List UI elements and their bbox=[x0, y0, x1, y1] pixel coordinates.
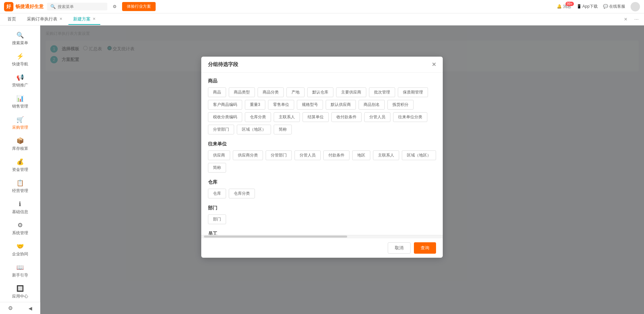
field-tag-spec-model[interactable]: 规格型号 bbox=[297, 100, 323, 110]
sidebar-item-system[interactable]: ⚙ 系统管理 bbox=[0, 218, 40, 239]
modal-close-button[interactable]: ✕ bbox=[432, 61, 436, 68]
appstore-icon: 🔲 bbox=[16, 285, 24, 292]
nav-icon: ⚡ bbox=[16, 53, 24, 60]
field-tag-charge-person[interactable]: 分管人员 bbox=[364, 112, 390, 122]
sidebar-item-guide[interactable]: 📖 新手引导 bbox=[0, 260, 40, 281]
tab-bar: 首页 采购订单执行表 ✕ 新建方案 ✕ ✕ ⋯ bbox=[0, 13, 644, 25]
field-tag-payment-terms[interactable]: 收付款条件 bbox=[331, 112, 362, 122]
sidebar-item-finance[interactable]: 💰 资金管理 bbox=[0, 155, 40, 176]
app-download[interactable]: 📱 App下载 bbox=[577, 4, 598, 9]
section-goods-tags: 商品 商品类型 商品分类 产地 默认仓库 主要供应商 批次管理 保质期管理 客户… bbox=[208, 87, 436, 134]
service-icon: 💬 bbox=[603, 4, 608, 9]
field-tag-main-contact[interactable]: 主联系人 bbox=[274, 112, 300, 122]
section-counterpart-title: 往来单位 bbox=[208, 141, 436, 147]
field-tag-origin[interactable]: 产地 bbox=[286, 87, 305, 97]
modal-title: 分组待选字段 bbox=[208, 61, 238, 68]
field-tag-warehouse[interactable]: 仓库 bbox=[208, 189, 226, 198]
field-tag-pick-points[interactable]: 拣货积分 bbox=[387, 100, 414, 110]
field-tag-goods-type[interactable]: 商品类型 bbox=[229, 87, 255, 97]
field-tag-default-supplier[interactable]: 默认供应商 bbox=[326, 100, 356, 110]
tab-new-plan[interactable]: 新建方案 ✕ bbox=[68, 14, 100, 25]
sidebar-item-marketing[interactable]: 📢 营销推广 bbox=[0, 70, 40, 91]
tab-new-plan-close[interactable]: ✕ bbox=[93, 17, 96, 21]
online-service[interactable]: 💬 在线客服 bbox=[603, 4, 625, 9]
modal-body: 商品 商品 商品类型 商品分类 产地 默认仓库 主要供应商 批次管理 保质期管理… bbox=[201, 73, 443, 235]
field-tag-short-name[interactable]: 简称 bbox=[208, 163, 226, 173]
field-tag-dept[interactable]: 分管部门 bbox=[266, 150, 292, 160]
field-tag-tax-code[interactable]: 税收分类编码 bbox=[208, 112, 242, 122]
field-tag-dept-charge[interactable]: 分管部门 bbox=[208, 125, 234, 134]
tab-home[interactable]: 首页 bbox=[3, 14, 21, 25]
field-tag-supplier[interactable]: 供应商 bbox=[208, 150, 230, 160]
app-icon: 📱 bbox=[577, 4, 582, 9]
system-icon: ⚙ bbox=[17, 222, 23, 229]
sidebar-item-basic[interactable]: ℹ 基础信息 bbox=[0, 197, 40, 218]
inventory-icon: 📦 bbox=[16, 137, 24, 144]
field-tag-area[interactable]: 地区 bbox=[352, 150, 370, 160]
horizontal-scrollbar[interactable] bbox=[201, 235, 443, 238]
tab-home-label: 首页 bbox=[7, 16, 16, 22]
bottom-bar: ⚙ ◀ bbox=[0, 302, 40, 314]
confirm-button[interactable]: 查询 bbox=[414, 242, 436, 254]
field-tag-region-area[interactable]: 区域（地区） bbox=[402, 150, 436, 160]
field-tag-settlement-unit[interactable]: 结算单位 bbox=[303, 112, 329, 122]
field-tag-shelf-life[interactable]: 保质期管理 bbox=[398, 87, 428, 97]
search-bar[interactable]: 🔍 bbox=[47, 3, 107, 10]
field-tag-region-goods[interactable]: 区域（地区） bbox=[237, 125, 271, 134]
field-tag-main-supplier[interactable]: 主要供应商 bbox=[336, 87, 366, 97]
trial-button[interactable]: 体验行业方案 bbox=[122, 2, 156, 11]
tab-new-plan-label: 新建方案 bbox=[73, 16, 91, 22]
tab-bar-close[interactable]: ✕ bbox=[621, 15, 630, 23]
section-warehouse-tags: 仓库 仓库分类 bbox=[208, 189, 436, 198]
field-tag-customer-code[interactable]: 客户商品编码 bbox=[208, 100, 242, 110]
bottom-settings-icon[interactable]: ⚙ bbox=[8, 305, 13, 311]
field-tag-department[interactable]: 部门 bbox=[208, 214, 226, 224]
sidebar-item-operation[interactable]: 📋 经营管理 bbox=[0, 176, 40, 197]
field-tag-short-name-goods[interactable]: 简称 bbox=[274, 125, 292, 134]
service-label: 在线客服 bbox=[609, 4, 625, 9]
user-avatar[interactable] bbox=[631, 2, 640, 11]
field-tag-pay-terms[interactable]: 付款条件 bbox=[323, 150, 350, 160]
field-tag-warehouse-category[interactable]: 仓库分类 bbox=[245, 112, 271, 122]
tab-purchase-close[interactable]: ✕ bbox=[59, 17, 62, 21]
sidebar-item-sales-label: 销售管理 bbox=[12, 104, 28, 109]
sidebar-item-purchase[interactable]: 🛒 采购管理 bbox=[0, 113, 40, 134]
operation-icon: 📋 bbox=[16, 179, 24, 187]
notification-area[interactable]: 🔔 99+ 消息 bbox=[557, 4, 571, 9]
bottom-collapse-icon[interactable]: ◀ bbox=[29, 306, 32, 311]
sidebar-item-system-label: 系统管理 bbox=[12, 230, 28, 236]
cancel-button[interactable]: 取消 bbox=[388, 242, 411, 254]
sidebar-item-nav[interactable]: ⚡ 快捷导航 bbox=[0, 49, 40, 70]
field-tag-staff-charge[interactable]: 分管人员 bbox=[294, 150, 321, 160]
modal-footer: 取消 查询 bbox=[201, 238, 443, 258]
tab-bar-expand[interactable]: ⋯ bbox=[632, 15, 641, 23]
field-tag-default-warehouse[interactable]: 默认仓库 bbox=[307, 87, 333, 97]
field-tag-supplier-category[interactable]: 供应商分类 bbox=[233, 150, 263, 160]
sidebar-item-inventory[interactable]: 📦 库存核算 bbox=[0, 134, 40, 155]
collab-icon: 🤝 bbox=[16, 243, 24, 250]
search-input[interactable] bbox=[58, 4, 98, 9]
sidebar-item-purchase-label: 采购管理 bbox=[12, 125, 28, 130]
sidebar-item-sales[interactable]: 📊 销售管理 bbox=[0, 91, 40, 113]
field-tag-batch-mgmt[interactable]: 批次管理 bbox=[369, 87, 395, 97]
field-tag-goods[interactable]: 商品 bbox=[208, 87, 226, 97]
field-tag-weight3[interactable]: 重量3 bbox=[245, 100, 265, 110]
field-tag-wh-category[interactable]: 仓库分类 bbox=[229, 189, 255, 198]
section-counterpart: 往来单位 供应商 供应商分类 分管部门 分管人员 付款条件 地区 主联系人 区域… bbox=[208, 141, 436, 173]
field-tag-retail-unit[interactable]: 零售单位 bbox=[268, 100, 294, 110]
sidebar-item-nav-label: 快捷导航 bbox=[12, 61, 28, 67]
settings-button[interactable]: ⚙ bbox=[110, 2, 119, 11]
sidebar-item-operation-label: 经营管理 bbox=[12, 188, 28, 194]
sidebar-item-collab[interactable]: 🤝 企业协同 bbox=[0, 239, 40, 260]
field-tag-main-contact2[interactable]: 主联系人 bbox=[373, 150, 399, 160]
sidebar-item-search[interactable]: 🔍 搜索菜单 bbox=[0, 28, 40, 49]
field-tag-goods-alias[interactable]: 商品别名 bbox=[359, 100, 385, 110]
sales-icon: 📊 bbox=[16, 95, 24, 102]
sidebar-item-guide-label: 新手引导 bbox=[12, 272, 28, 278]
sidebar-item-appstore[interactable]: 🔲 应用中心 bbox=[0, 281, 40, 303]
field-tag-counterpart-category[interactable]: 往来单位分类 bbox=[393, 112, 427, 122]
logo-area: 好 畅捷通好生意 bbox=[4, 2, 44, 11]
tab-purchase-order[interactable]: 采购订单执行表 ✕ bbox=[22, 14, 67, 25]
app-label: App下载 bbox=[582, 4, 597, 9]
field-tag-goods-category[interactable]: 商品分类 bbox=[258, 87, 284, 97]
